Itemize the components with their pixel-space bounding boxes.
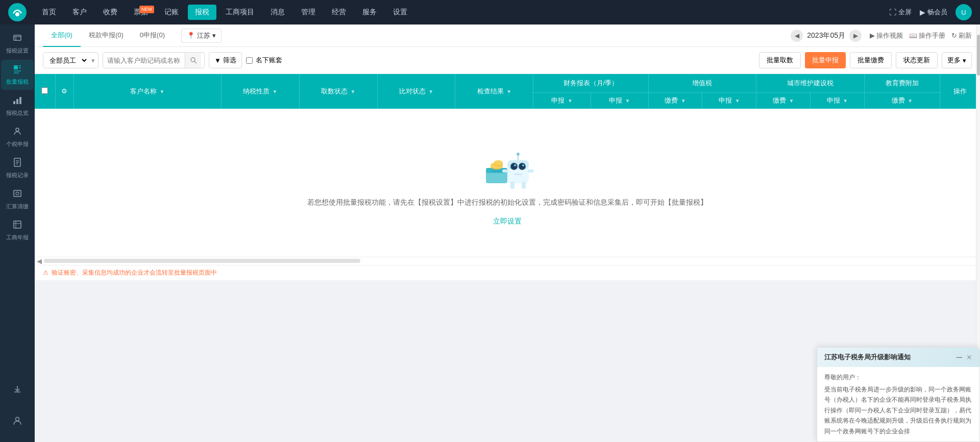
annual-report-icon	[12, 219, 22, 232]
sort-icon: ▼	[789, 98, 794, 104]
th-gear: ⚙	[55, 74, 74, 109]
tab-all[interactable]: 全部(0)	[43, 24, 81, 47]
sort-icon: ▼	[273, 89, 278, 94]
svg-point-39	[511, 164, 517, 169]
sort-icon: ▼	[735, 98, 740, 104]
user-avatar[interactable]: U	[955, 4, 972, 20]
scrollbar-track[interactable]	[44, 259, 360, 263]
bottom-status-bar: ⚠ 验证账密、采集信息均成功的企业才会流转至批量报税页面中	[35, 265, 980, 280]
prev-month-button[interactable]: ◀	[791, 30, 803, 42]
search-button[interactable]	[185, 52, 201, 68]
sidebar-item-batch-tax[interactable]: 批量报税	[1, 60, 34, 90]
status-update-button[interactable]: 状态更新	[896, 52, 938, 68]
employee-select[interactable]: 全部员工	[43, 52, 88, 68]
horizontal-scrollbar[interactable]: ◀	[35, 257, 980, 265]
sidebar-item-settlement[interactable]: 汇算清缴	[1, 184, 34, 214]
nav-bookkeeping[interactable]: 记账	[157, 5, 186, 20]
svg-rect-7	[19, 67, 21, 68]
sidebar-user[interactable]	[1, 406, 34, 435]
svg-rect-12	[19, 97, 21, 104]
account-suite-checkbox-label[interactable]: 名下账套	[246, 56, 282, 65]
toolbar: 全部员工 ▾ ▼ 筛选 名下账套 批量取数 批量申报 批量缴费 状态更新	[35, 47, 980, 74]
filter-button[interactable]: ▼ 筛选	[209, 52, 242, 68]
location-icon: 📍	[187, 32, 195, 39]
toolbar-right: 批量取数 批量申报 批量缴费 状态更新 更多 ▾	[759, 52, 972, 68]
svg-point-1	[15, 12, 19, 16]
data-table-container: ⚙ 客户名称 ▼ 纳税性质 ▼ 取数状态 ▼ 比对状态	[35, 74, 980, 257]
robot-illustration	[477, 140, 538, 196]
nav-fees[interactable]: 收费	[96, 5, 125, 20]
employee-select-group[interactable]: 全部员工 ▾	[43, 52, 99, 68]
nav-management[interactable]: 管理	[294, 5, 323, 20]
nav-customer[interactable]: 客户	[65, 5, 94, 20]
th-vat-pay: 缴费 ▼	[648, 92, 702, 109]
tabs-right-actions: ▶ 操作视频 📖 操作手册 ↻ 刷新	[870, 31, 972, 40]
close-notification-button[interactable]: ✕	[966, 353, 972, 361]
scroll-left-icon[interactable]: ◀	[37, 257, 42, 265]
sidebar-item-tax-settings[interactable]: 报税设置	[1, 29, 34, 59]
svg-rect-8	[14, 70, 21, 71]
refresh-link[interactable]: ↻ 刷新	[951, 31, 972, 40]
th-vat-declare: 申报 ▼	[591, 92, 648, 109]
svg-rect-11	[16, 99, 18, 104]
nav-invoice[interactable]: 票据 NEW	[127, 5, 155, 20]
next-month-button[interactable]: ▶	[849, 30, 862, 42]
sort-icon: ▼	[625, 98, 630, 104]
th-fetch-status: 取数状态 ▼	[299, 74, 377, 109]
batch-fetch-button[interactable]: 批量取数	[759, 52, 801, 68]
book-icon: 📖	[909, 32, 917, 39]
setup-link[interactable]: 立即设置	[493, 217, 522, 226]
nav-messages[interactable]: 消息	[263, 5, 292, 20]
operation-manual-link[interactable]: 📖 操作手册	[909, 31, 945, 40]
svg-rect-47	[528, 169, 534, 173]
search-input[interactable]	[103, 52, 185, 68]
batch-pay-button[interactable]: 批量缴费	[850, 52, 892, 68]
filter-icon: ▼	[214, 57, 221, 64]
sidebar-item-personal-tax[interactable]: 个税申报	[1, 122, 34, 152]
top-nav-right: ⛶ 全屏 ▶ 畅会员 U	[889, 4, 972, 20]
nav-service[interactable]: 服务	[355, 5, 384, 20]
personal-tax-icon	[12, 126, 22, 139]
nav-tax[interactable]: 报税	[188, 5, 216, 20]
sidebar-item-tax-records[interactable]: 报税记录	[1, 153, 34, 183]
more-button[interactable]: 更多 ▾	[942, 52, 972, 68]
batch-declare-button[interactable]: 批量申报	[805, 52, 846, 68]
nav-operations[interactable]: 经营	[325, 5, 353, 20]
app-logo[interactable]	[8, 3, 27, 21]
sort-icon: ▼	[568, 98, 573, 104]
th-education-surcharge: 教育费附加	[864, 74, 940, 92]
sidebar-item-tax-overview[interactable]: 报税总览	[1, 91, 34, 121]
th-customer-name: 客户名称 ▼	[74, 74, 221, 109]
member-button[interactable]: ▶ 畅会员	[920, 8, 947, 17]
more-down-icon: ▾	[963, 57, 966, 64]
account-suite-checkbox[interactable]	[246, 57, 253, 64]
region-selector[interactable]: 📍 江苏 ▾	[181, 29, 222, 43]
gear-icon[interactable]: ⚙	[61, 87, 67, 95]
sidebar-download[interactable]	[1, 375, 34, 403]
minimize-icon[interactable]: ─	[957, 353, 962, 362]
svg-rect-43	[514, 174, 522, 175]
nav-settings[interactable]: 设置	[386, 5, 414, 20]
empty-state: 若您想使用批量报税功能，请先在【报税设置】中进行报税的初始化设置，完成密码验证和…	[35, 109, 980, 257]
fullscreen-button[interactable]: ⛶ 全屏	[889, 8, 912, 17]
nav-commerce[interactable]: 工商项目	[218, 5, 261, 20]
sort-icon: ▼	[908, 98, 913, 104]
svg-rect-9	[14, 72, 19, 73]
new-badge: NEW	[139, 6, 154, 13]
sort-icon: ▼	[843, 98, 848, 104]
tab-tax-declare[interactable]: 税款申报(0)	[81, 24, 132, 47]
svg-rect-10	[13, 101, 15, 104]
th-edu-pay: 缴费 ▼	[864, 92, 940, 109]
nav-home[interactable]: 首页	[35, 5, 63, 20]
tab-zero-declare[interactable]: 0申报(0)	[132, 24, 173, 47]
empty-state-message: 若您想使用批量报税功能，请先在【报税设置】中进行报税的初始化设置，完成密码验证和…	[307, 196, 707, 209]
operation-video-link[interactable]: ▶ 操作视频	[870, 31, 903, 40]
tabs-bar: 全部(0) 税款申报(0) 0申报(0) 📍 江苏 ▾ ◀ 2023年05月 ▶…	[35, 24, 980, 47]
svg-point-19	[16, 192, 19, 195]
svg-line-27	[194, 61, 197, 63]
sidebar-item-annual-report[interactable]: 工商年报	[1, 215, 34, 245]
tax-settings-icon	[12, 33, 22, 45]
select-all-checkbox[interactable]	[41, 87, 48, 94]
svg-point-42	[522, 164, 524, 166]
fullscreen-icon: ⛶	[889, 8, 896, 16]
